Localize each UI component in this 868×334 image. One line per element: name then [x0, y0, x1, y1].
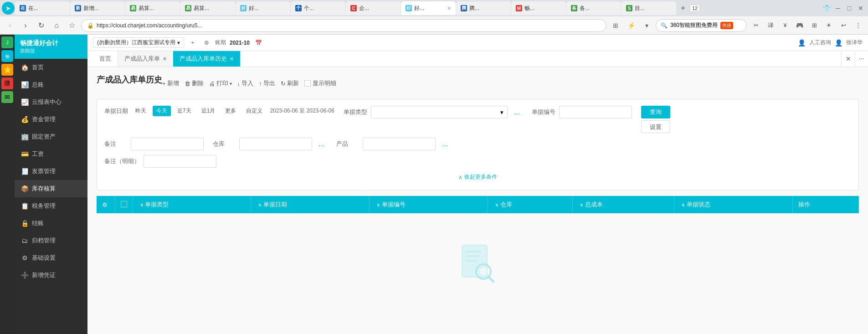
bookmark-button[interactable]: ☆ — [66, 19, 78, 32]
app-icon-weibo[interactable]: 微 — [1, 77, 13, 89]
breadcrumb-home[interactable]: 首页 — [93, 51, 118, 67]
nav-item-invoice[interactable]: 🧾 发票管理 — [15, 163, 87, 180]
home-browser-button[interactable]: ⌂ — [50, 19, 63, 32]
th-number[interactable]: ⇅ 单据编号 — [370, 196, 488, 213]
expand-pane-button[interactable]: ⋯ — [855, 52, 868, 66]
browser-tab-5[interactable]: 好 好... — [236, 1, 290, 15]
app-icon-star[interactable]: ⭐ — [1, 64, 13, 76]
user-service-label[interactable]: 人工咨询 — [809, 39, 831, 46]
nav-circle-icon[interactable]: ➤ — [2, 2, 15, 15]
nav-item-new-voucher[interactable]: ➕ 新增凭证 — [15, 267, 87, 284]
forward-button[interactable]: › — [19, 19, 32, 32]
th-total-cost[interactable]: ⇅ 总成本 — [573, 196, 674, 213]
note-filter-input[interactable] — [131, 138, 204, 150]
tab2-close-icon[interactable]: ✕ — [230, 56, 234, 62]
warehouse-dots-button[interactable]: ... — [316, 140, 327, 148]
calendar-icon[interactable]: 📅 — [253, 38, 263, 48]
nav-item-tax[interactable]: 📋 税务管理 — [15, 197, 87, 215]
close-button[interactable]: ✕ — [855, 3, 866, 14]
nav-item-fixed-assets[interactable]: 🏢 固定资产 — [15, 128, 87, 145]
th-gear[interactable]: ⚙ — [97, 196, 115, 213]
print-button[interactable]: 🖨 打印 ▾ — [209, 79, 232, 87]
shirt-icon[interactable]: 👕 — [821, 3, 832, 14]
search-bar[interactable]: 🔍 360智能抠图免费用 热搜 — [656, 19, 747, 32]
currency-icon[interactable]: ¥ — [779, 19, 791, 32]
browser-tab-7[interactable]: C 企... — [346, 1, 401, 15]
date-custom-btn[interactable]: 自定义 — [242, 106, 266, 116]
filter-settings-button[interactable]: 设置 — [641, 120, 670, 133]
close-pane-button[interactable]: ✕ — [841, 51, 855, 66]
scissors-icon[interactable]: ✂ — [750, 19, 762, 32]
add-company-button[interactable]: + — [188, 38, 198, 48]
browser-tab-12[interactable]: S 目... — [621, 1, 676, 15]
browser-tab-1[interactable]: 在 在... — [15, 1, 70, 15]
nav-item-ledger[interactable]: 📊 总账 — [15, 76, 87, 93]
back-button[interactable]: ‹ — [4, 19, 16, 32]
browser-tab-3[interactable]: 易 易算... — [125, 1, 180, 15]
th-date[interactable]: ⇅ 单据日期 — [251, 196, 370, 213]
note-detail-filter-input[interactable] — [144, 155, 216, 168]
browser-tab-4[interactable]: 易 易算... — [180, 1, 235, 15]
maximize-button[interactable]: □ — [844, 3, 855, 14]
browser-tab-6[interactable]: 个 个... — [291, 1, 345, 15]
undo-icon[interactable]: ↩ — [837, 19, 850, 32]
product-filter-select[interactable] — [363, 138, 436, 150]
app-icon-main[interactable]: 畅 — [1, 50, 13, 62]
company-settings-icon[interactable]: ⚙ — [201, 38, 211, 48]
browser-tab-11[interactable]: 各 各... — [566, 1, 621, 15]
refresh-button[interactable]: ↻ 刷新 — [281, 79, 299, 87]
select-all-checkbox[interactable] — [121, 201, 127, 207]
browser-tab-9[interactable]: 腾 腾... — [456, 1, 511, 15]
grid-icon[interactable]: ⊞ — [609, 19, 622, 32]
date-1month-btn[interactable]: 近1月 — [198, 106, 219, 116]
tab1-close-icon[interactable]: ✕ — [163, 56, 167, 62]
warehouse-filter-select[interactable] — [239, 138, 312, 150]
nav-item-reports[interactable]: 📈 云报表中心 — [15, 93, 87, 111]
refresh-browser-button[interactable]: ↻ — [35, 19, 47, 32]
export-button[interactable]: ↑ 导出 — [259, 79, 275, 87]
brightness-icon[interactable]: ☀ — [822, 19, 835, 32]
date-7days-btn[interactable]: 近7天 — [174, 106, 195, 116]
browser-tab-2[interactable]: 新 新增... — [70, 1, 125, 15]
browser-tab-10[interactable]: M 畅... — [511, 1, 566, 15]
breadcrumb-tab-2[interactable]: 产成品入库单历史 ✕ — [173, 51, 240, 67]
date-more-btn[interactable]: 更多 — [221, 106, 240, 116]
nav-item-base-settings[interactable]: ⚙ 基础设置 — [15, 249, 87, 267]
minimize-button[interactable]: ─ — [832, 3, 843, 14]
nav-item-inventory[interactable]: 📦 库存核算 — [15, 180, 87, 197]
translate-icon[interactable]: 译 — [764, 19, 777, 32]
nav-item-close-accounts[interactable]: 🔒 结账 — [15, 215, 87, 232]
import-button[interactable]: ↓ 导入 — [237, 79, 254, 87]
address-field[interactable]: 🔒 https://cloud.chanjet.com/accounting/u… — [81, 19, 606, 32]
new-tab-button[interactable]: + — [677, 2, 689, 15]
collapse-filter-button[interactable]: ∧ 收起更多条件 — [104, 170, 851, 184]
more-icon[interactable]: ⋮ — [852, 19, 864, 32]
show-detail-toggle[interactable]: 显示明细 — [304, 79, 336, 87]
nav-item-payroll[interactable]: 💳 工资 — [15, 145, 87, 163]
nav-item-funds[interactable]: 💰 资金管理 — [15, 111, 87, 128]
date-today-btn[interactable]: 今天 — [153, 106, 171, 116]
tab-close-8[interactable]: ✕ — [447, 5, 451, 11]
show-detail-checkbox[interactable] — [304, 80, 311, 87]
nav-item-archive[interactable]: 🗂 归档管理 — [15, 232, 87, 249]
dropdown-icon[interactable]: ▾ — [640, 19, 653, 32]
lightning-icon[interactable]: ⚡ — [625, 19, 637, 32]
th-warehouse[interactable]: ⇅ 仓库 — [488, 196, 573, 213]
date-yesterday-btn[interactable]: 昨天 — [132, 106, 150, 116]
breadcrumb-tab-1[interactable]: 产成品入库单 ✕ — [118, 51, 173, 67]
app-icon-changjie[interactable]: J — [1, 36, 13, 48]
nav-item-home[interactable]: 🏠 首页 — [15, 59, 87, 76]
th-status[interactable]: ⇅ 单据状态 — [674, 196, 793, 213]
type-filter-select[interactable]: ▾ — [371, 106, 508, 118]
delete-button[interactable]: 🗑 删除 — [185, 79, 204, 87]
layout-icon[interactable]: ⊞ — [808, 19, 821, 32]
company-selector[interactable]: (勿删勿禁用）江西服宝测试专用 ▾ — [93, 37, 184, 48]
th-check[interactable] — [115, 196, 133, 213]
game-icon[interactable]: 🎮 — [793, 19, 806, 32]
number-filter-input[interactable] — [559, 106, 632, 118]
app-icon-mail[interactable]: ✉ — [1, 91, 13, 103]
product-dots-button[interactable]: ... — [439, 140, 451, 148]
th-type[interactable]: ⇅ 单据类型 — [133, 196, 251, 213]
query-button[interactable]: 查询 — [641, 106, 670, 118]
add-button[interactable]: + 新增 — [162, 79, 179, 87]
